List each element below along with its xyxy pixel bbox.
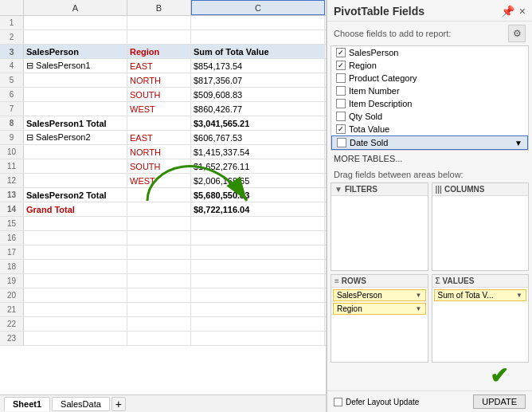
cell-b[interactable]: NORTH xyxy=(127,145,191,159)
cell-a[interactable] xyxy=(24,159,127,173)
cell-b[interactable]: Region xyxy=(127,45,191,58)
field-checkbox[interactable] xyxy=(336,86,346,96)
field-checkbox[interactable] xyxy=(336,99,346,108)
sheet-tab-salesdata[interactable]: SalesData xyxy=(52,397,110,411)
field-checkbox[interactable] xyxy=(336,112,346,121)
pivot-field-item[interactable]: ✓Tota Value xyxy=(331,123,528,135)
cell-a[interactable] xyxy=(24,16,127,29)
cell-a[interactable]: SalesPerson xyxy=(24,45,127,58)
cell-a[interactable] xyxy=(24,245,127,259)
cell-c[interactable]: Sum of Tota Value xyxy=(191,45,325,58)
cell-a[interactable] xyxy=(24,73,127,87)
table-row[interactable]: 21 xyxy=(0,303,326,317)
cell-a[interactable]: SalesPerson1 Total xyxy=(24,116,127,130)
cell-b[interactable] xyxy=(127,202,191,216)
pivot-field-item[interactable]: ✓SalesPerson xyxy=(331,46,528,59)
cell-b[interactable] xyxy=(127,274,191,288)
cell-c[interactable]: $509,608.83 xyxy=(191,88,325,101)
table-row[interactable]: 4⊟ SalesPerson1EAST$854,173.54 xyxy=(0,59,326,73)
field-checkbox[interactable]: ✓ xyxy=(336,48,346,57)
pivot-field-item[interactable]: Date Sold▼ xyxy=(331,135,528,150)
cell-a[interactable] xyxy=(24,332,127,345)
cell-c[interactable]: $854,173.54 xyxy=(191,59,325,73)
table-row[interactable]: 2 xyxy=(0,30,326,45)
table-row[interactable]: 8SalesPerson1 Total$3,041,565.21 xyxy=(0,116,326,131)
cell-b[interactable] xyxy=(127,16,191,29)
cell-a[interactable]: ⊟ SalesPerson2 xyxy=(24,131,127,144)
table-row[interactable]: 19 xyxy=(0,274,326,288)
pivot-field-item[interactable]: Product Category xyxy=(331,72,528,84)
cell-b[interactable] xyxy=(127,245,191,259)
cell-c[interactable]: $1,652,276.11 xyxy=(191,159,325,173)
cell-a[interactable] xyxy=(24,102,127,116)
cell-a[interactable]: Grand Total xyxy=(24,202,127,216)
field-checkbox[interactable] xyxy=(337,138,346,147)
update-button[interactable]: UPDATE xyxy=(473,394,526,409)
table-row[interactable]: 13SalesPerson2 Total$5,680,550.83 xyxy=(0,188,326,202)
table-row[interactable]: 22 xyxy=(0,317,326,332)
table-row[interactable]: 11SOUTH$1,652,276.11 xyxy=(0,159,326,174)
cell-a[interactable] xyxy=(24,30,127,44)
cell-b[interactable] xyxy=(127,116,191,130)
table-row[interactable]: 9⊟ SalesPerson2EAST$606,767.53 xyxy=(0,131,326,145)
cell-c[interactable]: $1,415,337.54 xyxy=(191,145,325,159)
cell-b[interactable]: EAST xyxy=(127,131,191,144)
cell-b[interactable] xyxy=(127,188,191,202)
close-icon[interactable]: × xyxy=(519,5,526,18)
table-row[interactable]: 15 xyxy=(0,217,326,231)
cell-b[interactable]: SOUTH xyxy=(127,159,191,173)
cell-c[interactable] xyxy=(191,288,325,302)
cell-c[interactable]: $3,041,565.21 xyxy=(191,116,325,130)
table-row[interactable]: 14Grand Total$8,722,116.04 xyxy=(0,202,326,217)
cell-c[interactable] xyxy=(191,245,325,259)
pivot-more-tables[interactable]: MORE TABLES... xyxy=(327,151,532,167)
cell-c[interactable] xyxy=(191,332,325,345)
pivot-field-item[interactable]: Qty Sold xyxy=(331,110,528,123)
cell-b[interactable]: WEST xyxy=(127,102,191,116)
field-dropdown-arrow[interactable]: ▼ xyxy=(514,139,522,147)
cell-c[interactable] xyxy=(191,30,325,44)
cell-c[interactable] xyxy=(191,303,325,316)
cell-b[interactable]: SOUTH xyxy=(127,88,191,101)
values-area-item[interactable]: Sum of Tota V... ▼ xyxy=(434,289,527,301)
pivot-field-item[interactable]: Item Description xyxy=(331,97,528,110)
cell-a[interactable] xyxy=(24,303,127,316)
cell-b[interactable] xyxy=(127,217,191,230)
table-row[interactable]: 17 xyxy=(0,245,326,260)
field-checkbox[interactable] xyxy=(336,73,346,83)
cell-c[interactable] xyxy=(191,274,325,288)
field-checkbox[interactable]: ✓ xyxy=(336,124,346,134)
cell-c[interactable] xyxy=(191,317,325,331)
cell-c[interactable] xyxy=(191,217,325,230)
cell-b[interactable] xyxy=(127,30,191,44)
cell-b[interactable] xyxy=(127,317,191,331)
pivot-field-item[interactable]: ✓Region xyxy=(331,59,528,72)
cell-c[interactable] xyxy=(191,16,325,29)
cell-a[interactable] xyxy=(24,174,127,187)
cell-a[interactable] xyxy=(24,231,127,245)
defer-checkbox[interactable] xyxy=(334,398,342,406)
table-row[interactable]: 10NORTH$1,415,337.54 xyxy=(0,145,326,159)
cell-a[interactable] xyxy=(24,88,127,101)
rows-area-item[interactable]: Region ▼ xyxy=(333,303,426,315)
pivot-gear-button[interactable]: ⚙ xyxy=(508,25,526,42)
cell-b[interactable]: NORTH xyxy=(127,73,191,87)
cell-a[interactable] xyxy=(24,317,127,331)
cell-a[interactable] xyxy=(24,145,127,159)
table-row[interactable]: 5NORTH$817,356.07 xyxy=(0,73,326,88)
cell-b[interactable]: EAST xyxy=(127,59,191,73)
table-row[interactable]: 1 xyxy=(0,16,326,30)
table-row[interactable]: 16 xyxy=(0,231,326,245)
item-dropdown-arrow[interactable]: ▼ xyxy=(516,292,522,299)
cell-a[interactable] xyxy=(24,260,127,273)
cell-c[interactable] xyxy=(191,260,325,273)
table-row[interactable]: 18 xyxy=(0,260,326,274)
table-row[interactable]: 6SOUTH$509,608.83 xyxy=(0,88,326,102)
table-row[interactable]: 23 xyxy=(0,332,326,346)
cell-b[interactable] xyxy=(127,231,191,245)
cell-c[interactable]: $817,356.07 xyxy=(191,73,325,87)
cell-b[interactable] xyxy=(127,260,191,273)
cell-a[interactable]: ⊟ SalesPerson1 xyxy=(24,59,127,73)
pivot-field-item[interactable]: Item Number xyxy=(331,84,528,97)
cell-c[interactable] xyxy=(191,231,325,245)
